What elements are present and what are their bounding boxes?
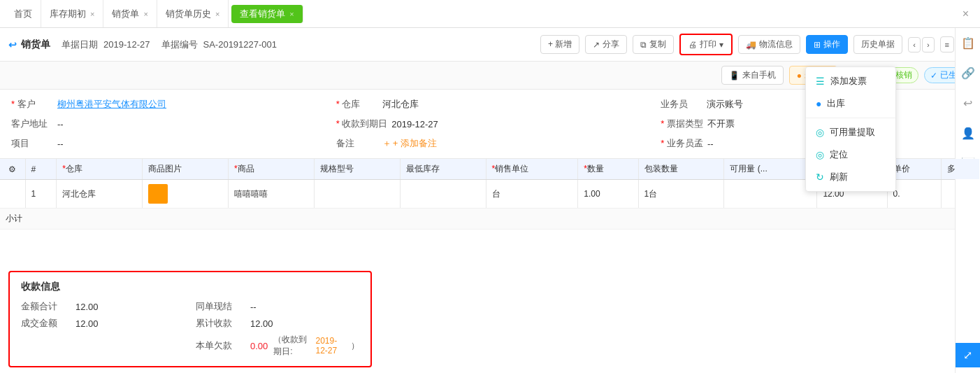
add-invoice-item[interactable]: ☰ 添加发票 xyxy=(806,70,895,92)
refresh-item[interactable]: ↻ 刷新 xyxy=(806,166,895,188)
deal-amount-label: 成交金额 xyxy=(21,317,70,330)
deal-amount-value: 12.00 xyxy=(75,318,99,329)
warehouse-label: 仓库 xyxy=(336,98,378,111)
cell-available xyxy=(724,180,817,209)
print-button[interactable]: 🖨 打印 ▾ xyxy=(682,36,730,53)
deal-amount-row: 成交金额 12.00 xyxy=(21,317,185,330)
address-value: -- xyxy=(57,119,64,129)
due-date-label: 收款到期日 xyxy=(336,118,388,130)
note-label: 备注 xyxy=(336,137,378,150)
due-date-field: 收款到期日 2019-12-27 xyxy=(336,118,644,130)
plus-icon: ＋ xyxy=(382,137,391,150)
cumulative-collection-value: 12.00 xyxy=(250,318,273,329)
tab-sales-history[interactable]: 销货单历史 × xyxy=(157,0,229,27)
sidebar-expand-icon[interactable]: ⤢ xyxy=(956,343,980,367)
print-highlight-box: 🖨 打印 ▾ xyxy=(679,34,733,55)
ticket-value: 不开票 xyxy=(707,118,735,130)
tab-inventory[interactable]: 库存期初 × xyxy=(41,0,103,27)
cell-qty: 1.00 xyxy=(578,180,638,209)
same-order-settle-label: 同单现结 xyxy=(196,300,245,313)
col-available: 可用量 (... xyxy=(724,159,817,180)
locate-icon: ◎ xyxy=(816,149,824,160)
close-sales-tab[interactable]: × xyxy=(143,10,147,18)
share-button[interactable]: ↗ 分享 xyxy=(585,35,627,54)
tab-sales[interactable]: 销货单 × xyxy=(103,0,157,27)
col-spec: 规格型号 xyxy=(314,159,400,180)
tab-home[interactable]: 首页 xyxy=(6,0,41,27)
staff-label: 业务员 xyxy=(661,98,702,111)
logistics-button[interactable]: 🚚 物流信息 xyxy=(738,35,800,54)
cell-unit: 台 xyxy=(486,180,578,209)
sidebar-clipboard-icon[interactable]: 📋 xyxy=(958,34,978,52)
payment-section: 收款信息 金额合计 12.00 同单现结 -- 成交金额 12.00 累计收款 … xyxy=(8,271,372,367)
nav-arrows: ‹ › xyxy=(908,37,934,52)
doc-icon: ↩ xyxy=(8,39,17,50)
history-button[interactable]: 历史单据 xyxy=(853,35,902,54)
salesperson-label: 业务员孟 xyxy=(661,137,703,150)
outbound-item[interactable]: ● 出库 xyxy=(806,92,895,115)
cell-gear xyxy=(0,180,25,209)
note-field: 备注 ＋ + 添加备注 xyxy=(336,137,644,150)
staff-value: 演示账号 xyxy=(707,98,743,111)
order-arrears-extra: （收款到期日: xyxy=(273,334,310,358)
total-amount-row: 金额合计 12.00 xyxy=(21,300,185,313)
payment-grid: 金额合计 12.00 同单现结 -- 成交金额 12.00 累计收款 12.00 xyxy=(21,300,359,358)
sidebar-link-icon[interactable]: 🔗 xyxy=(958,64,978,83)
col-pack-qty: 包装数量 xyxy=(638,159,724,180)
available-qty-item[interactable]: ◎ 可用量提取 xyxy=(806,121,895,143)
total-amount-label: 金额合计 xyxy=(21,300,70,313)
share-icon: ↗ xyxy=(593,40,600,50)
truck-icon: 🚚 xyxy=(746,40,756,50)
customer-value[interactable]: 柳州粤港平安气体有限公司 xyxy=(57,98,166,111)
subtotal-row: 小计 xyxy=(0,209,980,230)
doc-actions: + 新增 ↗ 分享 ⧉ 复制 🖨 打印 ▾ 🚚 xyxy=(540,34,972,55)
check-circle-icon2: ✓ xyxy=(930,71,937,80)
warehouse-field: 仓库 河北仓库 xyxy=(336,98,644,111)
project-value: -- xyxy=(57,139,64,149)
sidebar-refresh-icon[interactable]: ↩ xyxy=(960,94,975,113)
col-qty: *数量 xyxy=(578,159,638,180)
new-button[interactable]: + 新增 xyxy=(540,35,579,54)
cell-warehouse: 河北仓库 xyxy=(57,180,143,209)
prev-button[interactable]: ‹ xyxy=(908,37,921,52)
ticket-icon: ● xyxy=(797,71,802,80)
doc-date-label: 单据日期 2019-12-27 xyxy=(62,38,150,51)
operations-button[interactable]: ⊞ 操作 xyxy=(806,35,848,54)
add-note-button[interactable]: ＋ + 添加备注 xyxy=(382,137,437,150)
global-close-button[interactable]: × xyxy=(957,8,974,20)
col-image: 商品图片 xyxy=(143,159,229,180)
order-arrears-row: 本单欠款 0.00 （收款到期日: 2019-12-27 ） xyxy=(196,334,359,358)
locate-item[interactable]: ◎ 定位 xyxy=(806,143,895,166)
cumulative-collection-row: 累计收款 12.00 xyxy=(196,317,359,330)
project-label: 项目 xyxy=(11,137,53,150)
close-view-sales-tab[interactable]: × xyxy=(289,10,294,18)
from-phone-button[interactable]: 📱 来自手机 xyxy=(721,66,784,85)
order-due-date: 2019-12-27 xyxy=(315,336,345,356)
tab-view-sales[interactable]: 查看销货单 × xyxy=(231,5,303,23)
print-dropdown-icon: ▾ xyxy=(719,40,723,50)
list-view-button[interactable]: ≡ xyxy=(940,36,954,52)
sidebar-user-icon[interactable]: 👤 xyxy=(958,124,978,143)
close-sales-history-tab[interactable]: × xyxy=(215,10,219,18)
payment-title: 收款信息 xyxy=(21,281,359,293)
close-inventory-tab[interactable]: × xyxy=(90,10,94,18)
available-qty-icon: ◎ xyxy=(816,127,824,138)
ticket-label: 票据类型 xyxy=(661,118,703,130)
warehouse-value: 河北仓库 xyxy=(382,98,419,111)
total-amount-value: 12.00 xyxy=(75,302,99,312)
salesperson-value: -- xyxy=(707,139,714,149)
subtotal-cell: 小计 xyxy=(0,209,980,230)
next-button[interactable]: › xyxy=(922,37,935,52)
col-min-stock: 最低库存 xyxy=(400,159,486,180)
same-order-settle-value: -- xyxy=(250,302,257,312)
address-label: 客户地址 xyxy=(11,118,53,130)
doc-meta: 单据日期 2019-12-27 单据编号 SA-20191227-001 xyxy=(62,38,277,51)
operations-dropdown: ☰ 添加发票 ● 出库 ◎ 可用量提取 ◎ 定位 ↻ 刷新 xyxy=(805,66,896,192)
col-warehouse: *仓库 xyxy=(57,159,143,180)
right-sidebar: 📋 🔗 ↩ 👤 📊 ⤢ xyxy=(955,28,980,373)
dropdown-divider xyxy=(806,118,895,118)
copy-button[interactable]: ⧉ 复制 xyxy=(633,35,674,54)
doc-title-area: ↩ 销货单 xyxy=(8,38,50,51)
refresh-icon: ↻ xyxy=(816,171,824,183)
col-gear: ⚙ xyxy=(0,159,25,180)
